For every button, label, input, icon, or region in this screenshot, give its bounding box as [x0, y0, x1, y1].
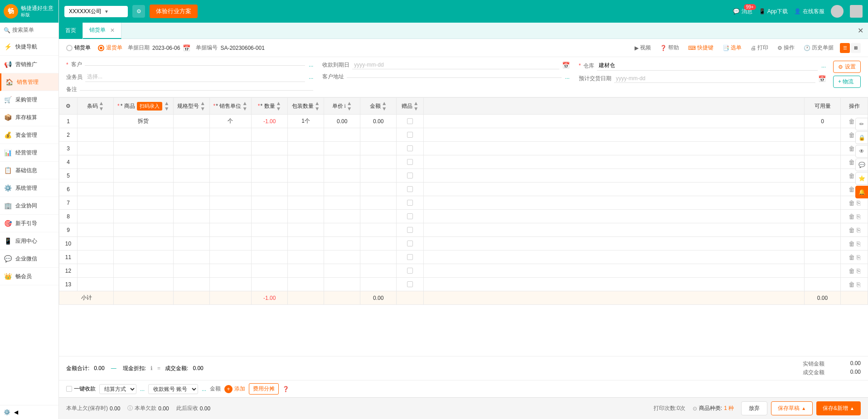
radio-return[interactable]: 退货单 [98, 44, 122, 52]
sidebar-item-guide[interactable]: 🎯 新手引导 [0, 215, 58, 232]
warehouse-input[interactable]: 建材仓 [597, 61, 818, 71]
video-btn[interactable]: ▶ 视频 [632, 43, 654, 53]
settings-gear-icon[interactable]: ⚙️ [4, 409, 10, 415]
gift-checkbox-6[interactable] [407, 186, 413, 192]
expected-date-calendar-icon[interactable]: 📅 [818, 75, 826, 82]
expected-date-input[interactable]: yyyy-mm-dd [614, 74, 815, 83]
user-avatar[interactable] [831, 5, 844, 18]
remark-input[interactable] [80, 88, 313, 91]
settings-btn[interactable]: ⚙ 设置 [833, 61, 861, 73]
sidebar-item-member[interactable]: 👑 畅会员 [0, 268, 58, 285]
delete-btn-3[interactable]: 🗑 [849, 145, 855, 152]
copy-btn-11[interactable]: ⎘ [857, 254, 860, 261]
salesperson-input[interactable]: 选择... [85, 72, 305, 82]
payment-account-dots[interactable]: ... [202, 386, 206, 392]
list-view-btn[interactable]: ☰ [840, 43, 850, 53]
sidebar-item-sales[interactable]: 🏠 销售管理 [0, 73, 58, 91]
sidebar-item-finance[interactable]: 💰 资金管理 [0, 126, 58, 144]
sidebar-item-operation[interactable]: 📊 经营管理 [0, 144, 58, 162]
sidebar-item-purchase[interactable]: 🛒 采购管理 [0, 91, 58, 109]
history-btn[interactable]: 🕐 历史单据 [801, 43, 836, 53]
delete-btn-12[interactable]: 🗑 [849, 267, 855, 275]
tab-sales-order[interactable]: 销货单 ✕ [83, 23, 121, 39]
trial-button[interactable]: 体验行业方案 [150, 5, 198, 18]
salesperson-more-btn[interactable]: ... [309, 74, 313, 80]
online-service-button[interactable]: 👤 在线客服 [794, 8, 824, 15]
delete-btn-2[interactable]: 🗑 [849, 131, 855, 139]
settings-button[interactable]: ⚙ [132, 5, 145, 18]
delete-btn-9[interactable]: 🗑 [849, 226, 855, 234]
close-all-tabs[interactable]: ✕ [853, 26, 868, 35]
gift-checkbox-13[interactable] [407, 281, 413, 287]
row-note-1[interactable] [424, 115, 805, 128]
copy-btn-8[interactable]: ⎘ [857, 213, 860, 220]
sidebar-item-basic[interactable]: 📋 基础信息 [0, 162, 58, 179]
collection-input[interactable]: yyyy-mm-dd [352, 61, 559, 69]
sidebar-item-app[interactable]: 📱 应用中心 [0, 232, 58, 250]
gift-checkbox-7[interactable] [407, 200, 413, 206]
delete-btn-4[interactable]: 🗑 [849, 159, 855, 166]
row-amount-1[interactable]: 0.00 [360, 115, 397, 128]
gift-checkbox-8[interactable] [407, 213, 413, 219]
row-product-1[interactable]: 拆货 [114, 115, 174, 128]
add-payment-btn[interactable]: + [224, 385, 233, 393]
one-click-payment-checkbox[interactable]: 一键收款 [66, 385, 96, 393]
app-download-button[interactable]: 📱 App下载 [759, 8, 788, 15]
sidebar-collapse-btn[interactable]: ◀ [14, 409, 18, 415]
row-unit-1[interactable]: 个 [209, 115, 252, 128]
product-type-icon[interactable]: ⊙ [693, 405, 697, 412]
customer-more-btn[interactable]: ... [309, 62, 313, 68]
grid-view-btn[interactable]: ⊞ [851, 43, 861, 53]
row-price-1[interactable]: 0.00 [324, 115, 360, 128]
select-btn[interactable]: 📑 选单 [720, 43, 744, 53]
gift-checkbox-3[interactable] [407, 145, 413, 151]
th-gear[interactable]: ⚙ [59, 98, 78, 115]
sidebar-search[interactable]: 🔍 搜索菜单 [0, 23, 58, 38]
tab-home[interactable]: 首页 [59, 23, 83, 39]
customer-addr-more-btn[interactable]: ... [565, 74, 570, 80]
draft-button[interactable]: 保存草稿 ▲ [771, 401, 813, 415]
price-info-icon[interactable]: ℹ [344, 103, 346, 109]
delete-btn-5[interactable]: 🗑 [849, 172, 855, 179]
fee-help-icon[interactable]: ❓ [282, 386, 289, 392]
help-btn[interactable]: ❓ 帮助 [657, 43, 682, 53]
date-calendar-icon[interactable]: 📅 [183, 44, 190, 52]
float-edit[interactable]: ✏ [855, 118, 868, 130]
payment-method-select[interactable]: 结算方式 [99, 384, 136, 394]
copy-btn-13[interactable]: ⎘ [857, 281, 860, 288]
delete-btn-13[interactable]: 🗑 [849, 281, 855, 288]
fee-distribution-btn[interactable]: 费用分摊 [249, 383, 279, 395]
sidebar-item-system[interactable]: ⚙️ 系统管理 [0, 179, 58, 197]
operate-btn[interactable]: ⚙ 操作 [775, 43, 797, 53]
gift-checkbox-12[interactable] [407, 268, 413, 274]
row-barcode-1[interactable] [78, 115, 114, 128]
payment-account-select[interactable]: 收款账号 账号 [148, 384, 198, 394]
discount-info-icon[interactable]: ℹ [150, 365, 153, 371]
gift-checkbox-9[interactable] [407, 227, 413, 233]
delete-btn-7[interactable]: 🗑 [849, 199, 855, 207]
company-selector[interactable]: XXXXXX公司 ▼ [64, 6, 128, 17]
delete-btn-10[interactable]: 🗑 [849, 240, 855, 247]
print-btn[interactable]: 🖨 打印 [748, 43, 771, 53]
number-value[interactable]: SA-20230606-001 [220, 45, 264, 51]
delete-btn-11[interactable]: 🗑 [849, 254, 855, 261]
sidebar-item-enterprise[interactable]: 🏢 企业协同 [0, 197, 58, 215]
gift-checkbox-4[interactable] [407, 159, 413, 165]
scan-button[interactable]: 扫码录入 [137, 102, 162, 111]
gift-checkbox-5[interactable] [407, 173, 413, 178]
customer-input[interactable] [85, 63, 305, 66]
one-click-cb[interactable] [66, 386, 72, 392]
gift-checkbox-2[interactable] [407, 132, 413, 138]
date-value[interactable]: 2023-06-06 [152, 45, 180, 51]
single-owe-icon[interactable]: ⓘ [127, 405, 133, 412]
collection-calendar-icon[interactable]: 📅 [562, 62, 570, 69]
copy-btn-7[interactable]: ⎘ [857, 199, 860, 207]
user-menu[interactable] [850, 5, 863, 18]
float-comment[interactable]: 💬 [855, 159, 868, 171]
save-new-button[interactable]: 保存&新增 ▲ [816, 401, 861, 415]
sidebar-item-wechat[interactable]: 💬 企业微信 [0, 250, 58, 268]
warehouse-more-btn[interactable]: ... [821, 63, 826, 69]
sidebar-item-marketing[interactable]: 📢 营销推广 [0, 56, 58, 73]
sidebar-item-quick-nav[interactable]: ⚡ 快捷导航 [0, 38, 58, 56]
messages-button[interactable]: 💬 消息 99+ [733, 8, 752, 15]
